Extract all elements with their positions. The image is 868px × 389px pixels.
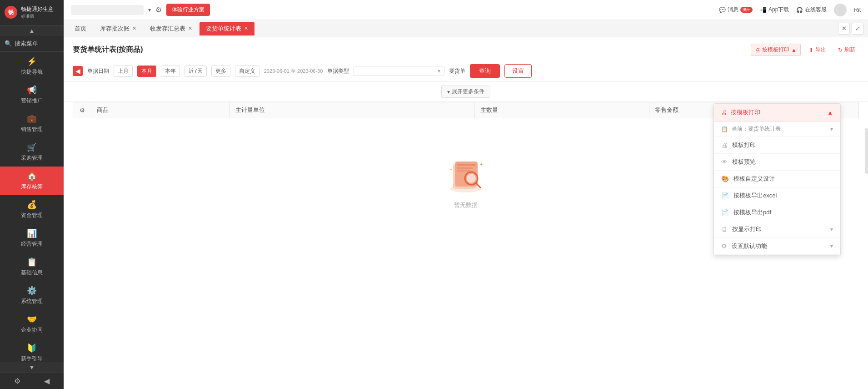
sidebar-scroll-down[interactable]: ▼ xyxy=(0,362,64,373)
tab-home-label: 首页 xyxy=(75,25,86,33)
template-chevron-icon[interactable]: ▾ xyxy=(830,126,833,132)
main-area: ▾ ⚙ 体验行业方案 💬 消息 99+ 📲 App下载 🎧 在线客服 Rit xyxy=(64,0,868,389)
svg-rect-5 xyxy=(457,170,470,172)
message-button[interactable]: 💬 消息 99+ xyxy=(719,6,753,14)
tab-order-stats-label: 要货单统计表 xyxy=(206,25,241,33)
template-excel-icon: 📄 xyxy=(721,192,729,199)
sidebar-item-system[interactable]: ⚙️ 系统管理 xyxy=(0,281,64,310)
collapse-icon[interactable]: ◀ xyxy=(44,377,50,385)
filter-toggle-button[interactable]: ◀ xyxy=(73,66,83,76)
template-icon: 📋 xyxy=(721,126,728,132)
dropdown-item-template-print[interactable]: 🖨 模板打印 xyxy=(714,137,840,154)
export-button[interactable]: ⬆ 导出 xyxy=(805,44,830,56)
order-type-label: 单据类型 xyxy=(327,67,349,75)
sidebar-label-sales: 销售管理 xyxy=(21,126,43,133)
sidebar-label-finance: 资金管理 xyxy=(21,212,43,219)
sidebar-item-marketing[interactable]: 📢 营销推广 xyxy=(0,81,64,109)
print-template-button[interactable]: 🖨 按模板打印 ▲ xyxy=(751,44,801,56)
date-btn-7days[interactable]: 近7天 xyxy=(185,66,207,77)
tab-receipt-summary-close[interactable]: ✕ xyxy=(188,25,192,31)
app-download-button[interactable]: 📲 App下载 xyxy=(760,6,789,14)
sidebar-item-operation[interactable]: 📊 经营管理 xyxy=(0,224,64,253)
basic-icon: 📋 xyxy=(27,257,37,267)
empty-text: 暂无数据 xyxy=(454,201,478,209)
set-default-arrow-icon: ▾ xyxy=(830,243,833,249)
app-download-label: App下载 xyxy=(768,6,789,14)
dropdown-item-template-pdf[interactable]: 📄 按模板导出pdf xyxy=(714,204,840,221)
expand-more-row: ▾ 展开更多条件 xyxy=(64,82,868,102)
export-icon: ⬆ xyxy=(809,47,813,53)
tab-home[interactable]: 首页 xyxy=(68,22,93,35)
maximize-button[interactable]: ⤢ xyxy=(852,23,863,35)
sidebar-item-guide[interactable]: 🔰 新手引导 xyxy=(0,338,64,362)
topbar-right: 💬 消息 99+ 📲 App下载 🎧 在线客服 Rit xyxy=(719,4,861,16)
topbar-dropdown-arrow[interactable]: ▾ xyxy=(148,7,151,13)
date-btn-this-month[interactable]: 本月 xyxy=(137,66,156,77)
dropdown-close-icon[interactable]: ▲ xyxy=(827,109,833,116)
sidebar-item-basic[interactable]: 📋 基础信息 xyxy=(0,253,64,281)
display-print-icon: 🖥 xyxy=(721,226,728,233)
close-all-tabs-button[interactable]: ✕ xyxy=(838,23,850,35)
avatar[interactable] xyxy=(834,4,847,16)
scrollbar[interactable] xyxy=(865,128,868,174)
tab-bar: 首页 库存批次账 ✕ 收发存汇总表 ✕ 要货单统计表 ✕ ✕ ⤢ xyxy=(64,20,868,37)
sidebar-scroll-up[interactable]: ▲ xyxy=(0,25,64,36)
template-pdf-label: 按模板导出pdf xyxy=(733,208,771,217)
dropdown-item-template-preview[interactable]: 👁 模板预览 xyxy=(714,154,840,171)
table-header-settings[interactable]: ⚙ xyxy=(73,102,91,118)
tab-order-stats-close[interactable]: ✕ xyxy=(244,25,248,31)
order-goods-label: 要货单 xyxy=(449,67,465,75)
expand-more-button[interactable]: ▾ 展开更多条件 xyxy=(441,86,490,98)
expand-more-label: 展开更多条件 xyxy=(452,88,484,96)
tab-inventory-batch-close[interactable]: ✕ xyxy=(132,25,136,31)
sidebar-item-finance[interactable]: 💰 资金管理 xyxy=(0,195,64,224)
date-btn-custom[interactable]: 自定义 xyxy=(235,66,259,77)
dropdown-item-display-print[interactable]: 🖥 按显示打印 ▾ xyxy=(714,221,840,238)
dropdown-item-template-excel[interactable]: 📄 按模板导出excel xyxy=(714,187,840,204)
online-service-button[interactable]: 🎧 在线客服 xyxy=(796,6,827,14)
sidebar-nav: ⚡ 快捷导航 📢 营销推广 💼 销售管理 🛒 采购管理 🏠 库存核算 💰 资金管… xyxy=(0,52,64,362)
dropdown-item-template-design[interactable]: 🎨 模板自定义设计 xyxy=(714,171,840,187)
date-btn-more[interactable]: 更多 xyxy=(211,66,230,77)
query-button[interactable]: 查询 xyxy=(470,64,500,78)
topbar-gear-icon[interactable]: ⚙ xyxy=(155,5,162,14)
date-btn-this-year[interactable]: 本年 xyxy=(161,66,180,77)
template-design-label: 模板自定义设计 xyxy=(733,175,775,183)
tab-receipt-summary-label: 收发存汇总表 xyxy=(150,25,185,33)
current-template-row: 📋 当前：要货单统计表 ▾ xyxy=(714,121,840,137)
table-header-goods: 商品 xyxy=(91,102,230,118)
date-btn-last-month[interactable]: 上月 xyxy=(114,66,133,77)
sidebar-item-enterprise[interactable]: 🤝 企业协同 xyxy=(0,310,64,338)
sidebar-item-shortcut[interactable]: ⚡ 快捷导航 xyxy=(0,52,64,81)
filter-bar: ◀ 单据日期 上月 本月 本年 近7天 更多 自定义 2023-06-01 至 … xyxy=(64,61,868,82)
template-print-icon: 🖨 xyxy=(721,141,728,149)
sidebar-item-inventory[interactable]: 🏠 库存核算 xyxy=(0,167,64,195)
order-type-select[interactable]: ▾ xyxy=(354,66,444,76)
app-edition: 标准版 xyxy=(21,13,54,20)
chevron-down-icon: ▾ xyxy=(447,89,450,95)
sidebar-item-purchase[interactable]: 🛒 采购管理 xyxy=(0,138,64,167)
display-print-arrow-icon: ▾ xyxy=(830,226,833,232)
tab-expand-controls: ✕ ⤢ xyxy=(838,23,863,35)
tab-receipt-summary[interactable]: 收发存汇总表 ✕ xyxy=(144,22,199,35)
template-design-icon: 🎨 xyxy=(721,175,729,182)
tab-order-stats[interactable]: 要货单统计表 ✕ xyxy=(200,22,254,35)
system-icon: ⚙️ xyxy=(27,286,37,296)
refresh-button[interactable]: ↻ 刷新 xyxy=(834,44,859,56)
dropdown-item-set-default[interactable]: ⚙ 设置默认功能 ▾ xyxy=(714,238,840,255)
current-template-left: 📋 当前：要货单统计表 xyxy=(721,125,781,133)
message-label: 消息 xyxy=(728,6,738,14)
operation-icon: 📊 xyxy=(27,228,37,238)
display-print-left: 🖥 按显示打印 xyxy=(721,225,762,233)
sidebar-item-sales[interactable]: 💼 销售管理 xyxy=(0,109,64,138)
trial-button[interactable]: 体验行业方案 xyxy=(166,4,210,16)
settings-icon[interactable]: ⚙ xyxy=(14,377,20,385)
topbar-left: ▾ ⚙ 体验行业方案 xyxy=(71,4,714,16)
message-badge: 99+ xyxy=(740,7,753,13)
topbar-search-input[interactable] xyxy=(71,5,144,15)
setting-button[interactable]: 设置 xyxy=(504,64,532,78)
sidebar-search[interactable]: 🔍 搜索菜单 xyxy=(0,36,64,52)
tab-inventory-batch[interactable]: 库存批次账 ✕ xyxy=(94,22,143,35)
template-preview-icon: 👁 xyxy=(721,158,728,166)
online-service-label: 在线客服 xyxy=(805,6,827,14)
